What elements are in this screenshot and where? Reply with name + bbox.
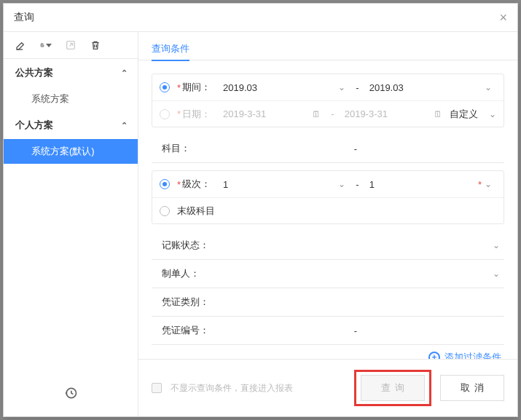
skip-checkbox-label: 不显示查询条件，直接进入报表: [171, 382, 345, 395]
level-from[interactable]: 1 ⌄: [219, 179, 350, 190]
sidebar: 公共方案 ⌃ 系统方案 个人方案 ⌃ 系统方案(默认): [4, 32, 138, 416]
chevron-up-icon: ⌃: [121, 121, 128, 130]
date-row: * 日期： 2019-3-31 🗓 - 2019-3-31 🗓 自定义: [152, 100, 504, 127]
post-status-label: 记账状态：: [162, 239, 211, 252]
chevron-down-icon[interactable]: ⌄: [485, 82, 492, 92]
radio-date[interactable]: [160, 109, 170, 119]
leaf-label: 末级科目: [177, 205, 215, 218]
delete-icon[interactable]: [90, 39, 101, 51]
export-icon: [65, 39, 77, 51]
period-row: * 期间： 2019.03 ⌄ - 2019.03 ⌄: [152, 74, 504, 100]
subject-row: 科目： -: [152, 135, 504, 163]
titlebar: 查询 ×: [4, 4, 517, 32]
date-custom-select[interactable]: 自定义: [447, 108, 486, 121]
period-from[interactable]: 2019.03 ⌄: [219, 82, 350, 93]
preparer-label: 制单人：: [162, 267, 211, 280]
chevron-down-icon[interactable]: ⌄: [338, 179, 345, 189]
sidebar-item-system-label: 系统方案: [31, 93, 69, 104]
footer: 不显示查询条件，直接进入报表 查询 取消: [138, 359, 517, 416]
level-to[interactable]: 1 * ⌄: [365, 179, 496, 190]
calendar-icon: 🗓: [312, 109, 321, 119]
voucher-type-row[interactable]: 凭证类别：: [152, 288, 504, 317]
conditions-panel: * 期间： 2019.03 ⌄ - 2019.03 ⌄: [138, 60, 517, 359]
history-icon: [63, 386, 78, 400]
chevron-down-icon[interactable]: ⌄: [485, 179, 492, 189]
edit-icon[interactable]: [15, 39, 27, 51]
query-dialog: 查询 × 公共方案 ⌃: [3, 3, 518, 417]
svg-rect-1: [42, 46, 44, 47]
level-label: 级次：: [182, 178, 219, 191]
sidebar-group-public-label: 公共方案: [15, 66, 53, 79]
period-to[interactable]: 2019.03 ⌄: [365, 82, 496, 93]
sidebar-group-private[interactable]: 个人方案 ⌃: [4, 111, 138, 139]
svg-rect-2: [42, 44, 43, 44]
voucher-no-row[interactable]: 凭证编号： -: [152, 317, 504, 345]
level-row: * 级次： 1 ⌄ - 1 * ⌄: [152, 171, 504, 197]
add-filter-button[interactable]: + 添加过滤条件: [152, 345, 504, 359]
sidebar-item-system[interactable]: 系统方案: [4, 87, 138, 111]
dialog-title: 查询: [14, 11, 34, 24]
subject-label: 科目：: [162, 142, 211, 155]
radio-leaf[interactable]: [160, 206, 170, 216]
chevron-up-icon: ⌃: [121, 68, 128, 78]
sidebar-toolbar: [4, 32, 138, 59]
save-icon[interactable]: [40, 39, 52, 51]
chevron-down-icon[interactable]: ⌄: [489, 109, 496, 119]
sidebar-group-public[interactable]: 公共方案 ⌃: [4, 59, 138, 87]
date-to[interactable]: 2019-3-31 🗓: [340, 108, 447, 119]
post-status-row[interactable]: 记账状态： ⌄: [152, 231, 504, 260]
period-label: 期间：: [182, 81, 219, 94]
voucher-type-label: 凭证类别：: [162, 296, 211, 309]
chevron-down-icon[interactable]: ⌄: [493, 269, 500, 279]
plus-icon: +: [428, 352, 440, 359]
voucher-no-label: 凭证编号：: [162, 324, 211, 337]
tab-header: 查询条件: [138, 32, 517, 60]
query-button[interactable]: 查询: [361, 375, 425, 401]
level-card: * 级次： 1 ⌄ - 1 * ⌄: [152, 170, 504, 224]
history-button[interactable]: [4, 376, 138, 416]
calendar-icon: 🗓: [434, 109, 442, 119]
date-from[interactable]: 2019-3-31 🗓: [219, 108, 325, 119]
tab-conditions[interactable]: 查询条件: [152, 43, 189, 61]
sidebar-item-system-default-label: 系统方案(默认): [31, 146, 95, 156]
period-card: * 期间： 2019.03 ⌄ - 2019.03 ⌄: [152, 74, 504, 127]
voucher-no-value: -: [211, 325, 500, 336]
sidebar-group-private-label: 个人方案: [15, 119, 53, 132]
radio-period[interactable]: [160, 82, 170, 92]
chevron-down-icon[interactable]: ⌄: [338, 82, 345, 92]
leaf-row: 末级科目: [152, 197, 504, 223]
date-label: 日期：: [182, 108, 219, 121]
subject-value[interactable]: -: [211, 143, 500, 154]
save-dropdown-icon[interactable]: [46, 44, 52, 47]
skip-checkbox[interactable]: [152, 383, 162, 393]
radio-level[interactable]: [160, 179, 170, 189]
add-filter-label: 添加过滤条件: [444, 351, 501, 359]
close-icon[interactable]: ×: [499, 11, 507, 24]
chevron-down-icon[interactable]: ⌄: [493, 240, 500, 250]
preparer-row[interactable]: 制单人： ⌄: [152, 260, 504, 288]
sidebar-item-system-default[interactable]: 系统方案(默认): [4, 139, 138, 164]
query-button-highlight: 查询: [354, 370, 431, 406]
cancel-button[interactable]: 取消: [440, 375, 504, 401]
